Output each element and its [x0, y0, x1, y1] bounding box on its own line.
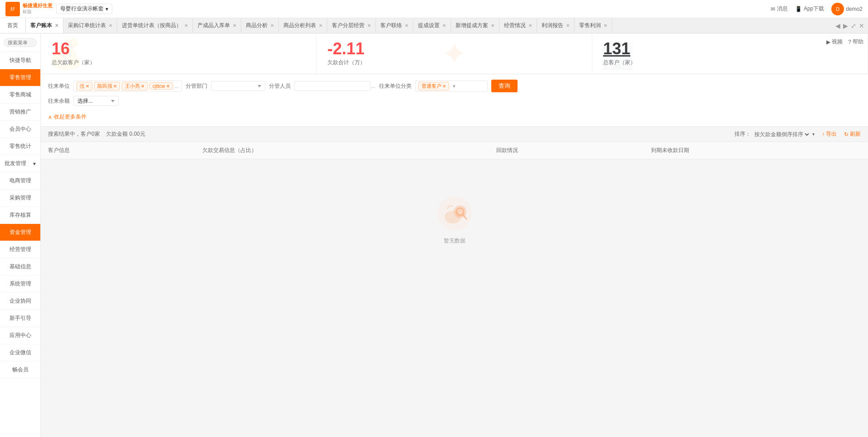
logo-area: 好 畅捷通好生意 标版 — [5, 2, 53, 16]
tag-close-wang[interactable]: ✕ — [141, 84, 144, 89]
username: demo2 — [846, 6, 863, 12]
sidebar-item-enterprise-wechat[interactable]: 企业微信 — [0, 344, 40, 361]
balance-select[interactable]: 选择... — [73, 96, 119, 106]
unit-class-tags[interactable]: 普通客户 ✕ ▾ — [415, 81, 488, 92]
sidebar-item-basic-info[interactable]: 基础信息 — [0, 258, 40, 276]
header-left: 好 畅捷通好生意 标版 母婴行业演示帐套 ▾ — [5, 2, 112, 16]
unit-more-dots[interactable]: ... — [175, 83, 179, 89]
tab-business-status[interactable]: 经营情况 ✕ — [499, 18, 537, 33]
tab-product-analysis[interactable]: 商品分析 ✕ — [241, 18, 279, 33]
col-payment-status: 回款情况 — [489, 142, 643, 159]
tab-close-icon[interactable]: ✕ — [604, 23, 607, 28]
tab-label: 提成设置 — [418, 22, 440, 29]
sidebar-item-inventory-check[interactable]: 库存核算 — [0, 207, 40, 224]
tab-close-icon[interactable]: ✕ — [319, 23, 322, 28]
tab-close-icon[interactable]: ✕ — [109, 23, 112, 28]
tab-retail-profit[interactable]: 零售利润 ✕ — [575, 18, 612, 33]
video-action[interactable]: ▶ 视频 — [826, 38, 843, 46]
result-text: 搜索结果中，客户0家 — [48, 131, 100, 137]
tab-close-icon[interactable]: ✕ — [405, 23, 408, 28]
person-more-dots[interactable]: ... — [371, 83, 375, 89]
tag-close-wu[interactable]: ✕ — [86, 84, 89, 89]
tag-text: 陈民强 — [97, 83, 112, 90]
app-download-button[interactable]: 📱 App下载 — [795, 5, 824, 13]
tab-product-analysis-list[interactable]: 商品分析列表 ✕ — [279, 18, 327, 33]
sort-select[interactable]: 按欠款金额倒序排序 — [753, 131, 810, 138]
sidebar-item-new-guide[interactable]: 新手引导 — [0, 310, 40, 327]
tab-profit-report[interactable]: 利润报告 ✕ — [537, 18, 575, 33]
tab-purchase-order-stats[interactable]: 采购订单统计表 ✕ — [63, 18, 117, 33]
result-actions: 排序： 按欠款金额倒序排序 ▾ ↑ 导出 ↻ 刷新 — [734, 130, 861, 138]
tab-close-all-button[interactable]: ✕ — [859, 22, 864, 29]
collapse-button[interactable]: ∧ 收起更多条件 — [48, 113, 861, 121]
tab-close-icon[interactable]: ✕ — [270, 23, 274, 28]
tag-close-chen[interactable]: ✕ — [113, 84, 117, 89]
user-menu[interactable]: D demo2 — [831, 3, 863, 15]
sidebar-item-system-mgmt[interactable]: 系统管理 — [0, 276, 40, 293]
sidebar-item-ecommerce-mgmt[interactable]: 电商管理 — [0, 172, 40, 190]
tab-prev-button[interactable]: ◀ — [835, 22, 840, 29]
tab-close-icon[interactable]: ✕ — [442, 23, 446, 28]
tab-stock-in-stats[interactable]: 进货单统计表（按商品） ✕ — [117, 18, 193, 33]
tab-prompt-settings[interactable]: 提成设置 ✕ — [413, 18, 451, 33]
tab-customer-contact[interactable]: 客户联络 ✕ — [376, 18, 413, 33]
export-button[interactable]: ↑ 导出 — [822, 130, 837, 138]
query-button[interactable]: 查询 — [491, 80, 518, 92]
tab-customer-tier-mgmt[interactable]: 客户分层经营 ✕ — [327, 18, 376, 33]
sidebar-item-wholesale-mgmt[interactable]: 批发管理 ▾ — [0, 155, 40, 172]
tab-close-icon[interactable]: ✕ — [55, 23, 58, 28]
tab-close-icon[interactable]: ✕ — [528, 23, 532, 28]
store-selector[interactable]: 母婴行业演示帐套 ▾ — [56, 4, 112, 14]
sidebar-item-retail-mgmt[interactable]: 零售管理 — [0, 69, 40, 86]
sidebar-item-purchase-mgmt[interactable]: 采购管理 — [0, 190, 40, 207]
sidebar-item-retail-stats[interactable]: 零售统计 — [0, 138, 40, 155]
tab-close-icon[interactable]: ✕ — [566, 23, 570, 28]
dept-select[interactable] — [211, 81, 265, 91]
tag-close-cjttcw[interactable]: ✕ — [166, 84, 170, 89]
sidebar-item-enterprise-collab[interactable]: 企业协同 — [0, 293, 40, 310]
tab-label: 新增提成方案 — [456, 22, 488, 29]
tag-close-common[interactable]: ✕ — [442, 84, 446, 89]
tab-home[interactable]: 首页 — [0, 18, 26, 33]
sidebar-item-label: 采购管理 — [10, 195, 31, 201]
sidebar-item-ops-mgmt[interactable]: 经营管理 — [0, 241, 40, 258]
tab-add-prompt-plan[interactable]: 新增提成方案 ✕ — [451, 18, 499, 33]
sidebar-item-capital-mgmt[interactable]: 资金管理 — [0, 224, 40, 241]
sidebar-item-marketing-promo[interactable]: 营销推广 — [0, 104, 40, 121]
tab-close-icon[interactable]: ✕ — [367, 23, 371, 28]
tab-close-icon[interactable]: ✕ — [233, 23, 236, 28]
sidebar-item-label: 企业微信 — [10, 349, 31, 356]
sidebar: 快捷导航 零售管理 零售商城 营销推广 会员中心 零售统计 批发管理 ▾ 电商管… — [0, 33, 41, 437]
tab-customer-account[interactable]: 客户账本 ✕ — [26, 18, 63, 33]
tab-close-icon[interactable]: ✕ — [491, 23, 494, 28]
table-container: 客户信息 欠款交易信息（占比） 回款情况 到期未收款日期 — [41, 142, 868, 281]
messages-button[interactable]: ✉ 消息 — [771, 5, 788, 13]
tab-label: 客户账本 — [30, 22, 52, 29]
sidebar-item-app-center[interactable]: 应用中心 — [0, 327, 40, 344]
search-input[interactable] — [4, 38, 37, 47]
help-label: 帮助 — [853, 38, 863, 46]
sidebar-item-quick-nav[interactable]: 快捷导航 — [0, 52, 40, 69]
sidebar-item-label: 库存核算 — [10, 212, 31, 218]
refresh-button[interactable]: ↻ 刷新 — [844, 130, 861, 138]
person-input[interactable] — [294, 81, 370, 91]
sidebar-item-label: 零售商城 — [10, 91, 31, 98]
tag-text: 伍 — [80, 83, 85, 90]
sidebar-item-member-pro[interactable]: 畅会员 — [0, 361, 40, 379]
tab-next-button[interactable]: ▶ — [843, 22, 848, 29]
tab-close-icon[interactable]: ✕ — [184, 23, 188, 28]
sidebar-item-label: 零售管理 — [10, 74, 31, 81]
tab-product-stock-in[interactable]: 产成品入库单 ✕ — [193, 18, 241, 33]
avatar: D — [831, 3, 844, 15]
unit-class-dropdown[interactable]: ▾ — [453, 83, 456, 89]
sidebar-item-label: 基础信息 — [10, 263, 31, 270]
sidebar-item-label: 企业协同 — [10, 298, 31, 304]
unit-tags-container[interactable]: 伍 ✕ 陈民强 ✕ 王小亮 ✕ cjttcw ✕ ... — [73, 81, 182, 92]
export-label: 导出 — [826, 130, 837, 138]
filter-row-1: 往来单位 伍 ✕ 陈民强 ✕ 王小亮 ✕ cjttcw — [48, 80, 861, 92]
unit-class-label: 往来单位分类 — [379, 82, 412, 90]
sidebar-item-retail-mall[interactable]: 零售商城 — [0, 86, 40, 104]
help-action[interactable]: ? 帮助 — [848, 38, 863, 46]
tab-maximize-button[interactable]: ⤢ — [851, 22, 856, 29]
sidebar-item-member-center[interactable]: 会员中心 — [0, 121, 40, 138]
